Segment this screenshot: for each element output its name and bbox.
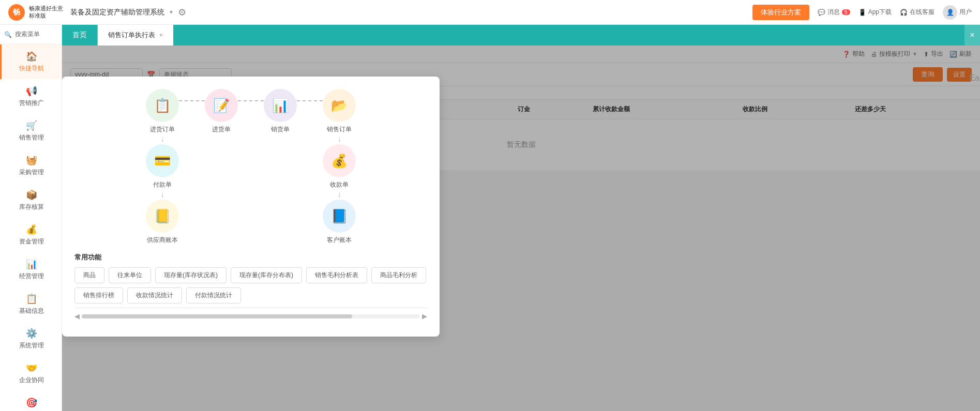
search-icon: 🔍: [4, 31, 12, 38]
common-functions: 常用功能 商品 往来单位 现存量(库存状况表) 现存量(库存分布表) 销售毛利分…: [74, 253, 427, 303]
sidebar-item-sales[interactable]: 🛒 销售管理: [0, 114, 62, 148]
download-icon: 📱: [858, 9, 866, 16]
system-title: 装备及固定资产辅助管理系统: [70, 8, 164, 17]
content-area: 首页 销售订单执行表 × × ❓ 帮助: [62, 25, 980, 411]
scroll-right-arrow[interactable]: ▶: [422, 312, 427, 320]
flow-diagram: 📋进货订单↓💳付款单↓📒供应商账本📝进货单📊销货单📂销售订单↓💰收款单↓📘客户账…: [74, 89, 427, 245]
message-btn[interactable]: 💬 消息 5: [818, 8, 850, 17]
main-layout: 🔍 搜索菜单 🏠 快捷导航 📢 营销推广 🛒 销售管理 🧺 采购管理 📦: [0, 25, 980, 411]
func-btn-sales-rank[interactable]: 销售排行榜: [74, 287, 123, 303]
sidebar-item-finance[interactable]: 💰 资金管理: [0, 218, 62, 252]
quick-nav-modal: 📋进货订单↓💳付款单↓📒供应商账本📝进货单📊销货单📂销售订单↓💰收款单↓📘客户账…: [62, 77, 440, 337]
marketing-icon: 📢: [26, 85, 37, 97]
quick-nav-icon: 🏠: [26, 51, 37, 62]
guide-icon: 🎯: [26, 397, 37, 408]
func-btn-partner[interactable]: 往来单位: [109, 267, 151, 283]
func-btn-receipt-stats[interactable]: 收款情况统计: [127, 287, 182, 303]
func-btn-product[interactable]: 商品: [74, 267, 104, 283]
tab-bar: 首页 销售订单执行表 × ×: [62, 25, 980, 45]
logo-area: 畅 畅康通好生意 标准版: [8, 4, 70, 21]
common-func-title: 常用功能: [74, 253, 427, 262]
func-btn-stock-status[interactable]: 现存量(库存状况表): [155, 267, 227, 283]
scroll-track[interactable]: [82, 314, 420, 318]
system-dropdown-icon[interactable]: ▼: [169, 9, 174, 15]
sidebar-item-cooperation[interactable]: 🤝 企业协同: [0, 356, 62, 391]
app-container: 畅 畅康通好生意 标准版 装备及固定资产辅助管理系统 ▼ ⚙ 体验行业方案 💬 …: [0, 0, 980, 411]
service-icon: 🎧: [900, 9, 908, 16]
func-btn-sales-profit[interactable]: 销售毛利分析表: [306, 267, 367, 283]
sidebar-item-guide[interactable]: 🎯 新手引导: [0, 391, 62, 411]
tab-sales-order[interactable]: 销售订单执行表 ×: [98, 25, 173, 45]
user-btn[interactable]: 👤 用户: [943, 5, 972, 20]
experience-btn[interactable]: 体验行业方案: [752, 5, 809, 20]
sidebar-item-operations[interactable]: 📊 经营管理: [0, 252, 62, 287]
top-bar-actions: 体验行业方案 💬 消息 5 📱 App下载 🎧 在线客服 👤 用户: [752, 5, 972, 20]
basics-icon: 📋: [26, 293, 37, 305]
func-btn-payment-stats[interactable]: 付款情况统计: [186, 287, 241, 303]
overlay[interactable]: 📋进货订单↓💳付款单↓📒供应商账本📝进货单📊销货单📂销售订单↓💰收款单↓📘客户账…: [62, 45, 980, 411]
top-bar-center: 装备及固定资产辅助管理系统 ▼ ⚙: [70, 7, 752, 18]
operations-icon: 📊: [26, 258, 37, 270]
finance-icon: 💰: [26, 224, 37, 235]
page-content: ❓ 帮助 🖨 按模板打印 ▼ ⬆ 导出 🔄 刷新: [62, 45, 980, 411]
func-btn-group-2: 销售排行榜 收款情况统计 付款情况统计: [74, 287, 427, 303]
sidebar-item-inventory[interactable]: 📦 库存核算: [0, 183, 62, 218]
system-icon: ⚙️: [26, 328, 37, 339]
sidebar-item-marketing[interactable]: 📢 营销推广: [0, 79, 62, 114]
sales-icon: 🛒: [26, 120, 37, 131]
sidebar-item-system[interactable]: ⚙️ 系统管理: [0, 322, 62, 356]
tab-close-icon[interactable]: ×: [159, 32, 163, 39]
online-service-btn[interactable]: 🎧 在线客服: [900, 8, 934, 17]
search-menu[interactable]: 🔍 搜索菜单: [0, 25, 62, 44]
func-btn-stock-dist[interactable]: 现存量(库存分布表): [231, 267, 302, 283]
logo-icon: 畅: [8, 4, 25, 21]
message-icon: 💬: [818, 9, 825, 16]
sidebar: 🔍 搜索菜单 🏠 快捷导航 📢 营销推广 🛒 销售管理 🧺 采购管理 📦: [0, 25, 62, 411]
func-btn-product-profit[interactable]: 商品毛利分析: [371, 267, 426, 283]
func-btn-group-1: 商品 往来单位 现存量(库存状况表) 现存量(库存分布表) 销售毛利分析表 商品…: [74, 267, 427, 283]
top-bar: 畅 畅康通好生意 标准版 装备及固定资产辅助管理系统 ▼ ⚙ 体验行业方案 💬 …: [0, 0, 980, 25]
sidebar-item-quick-nav[interactable]: 🏠 快捷导航: [0, 44, 62, 79]
scroll-area: ◀ ▶: [74, 308, 427, 324]
scroll-left-arrow[interactable]: ◀: [74, 312, 80, 320]
avatar: 👤: [943, 5, 957, 20]
sidebar-item-basics[interactable]: 📋 基础信息: [0, 287, 62, 322]
tab-home[interactable]: 首页: [62, 25, 98, 45]
sidebar-item-purchase[interactable]: 🧺 采购管理: [0, 148, 62, 183]
logo-text: 畅康通好生意 标准版: [29, 5, 63, 19]
inventory-icon: 📦: [26, 189, 37, 201]
close-content-icon[interactable]: ×: [964, 25, 980, 45]
app-download-btn[interactable]: 📱 App下载: [858, 8, 892, 17]
purchase-icon: 🧺: [26, 155, 37, 166]
cooperation-icon: 🤝: [26, 362, 37, 374]
settings-icon[interactable]: ⚙: [178, 7, 186, 18]
scroll-thumb: [82, 314, 352, 318]
